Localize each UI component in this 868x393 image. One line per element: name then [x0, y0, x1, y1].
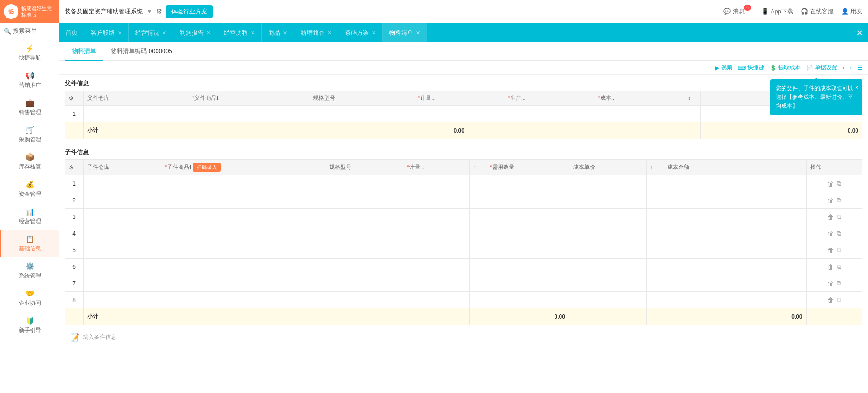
child-row-4-unit[interactable] — [403, 225, 470, 242]
child-row-8-qty[interactable] — [486, 292, 569, 308]
child-row-1-warehouse[interactable] — [84, 175, 161, 192]
child-row-5-unit[interactable] — [403, 242, 470, 259]
sidebar-item-operation[interactable]: 📊 经营管理 — [0, 203, 59, 230]
trial-button[interactable]: 体验行业方案 — [166, 5, 213, 18]
child-row-3-unit[interactable] — [403, 209, 470, 225]
settings-icon[interactable]: ⚙ — [156, 7, 162, 16]
nav-tab-profit[interactable]: 利润报告✕ — [173, 23, 217, 42]
sidebar-search[interactable]: 🔍 搜索菜单 — [0, 23, 59, 39]
child-row-7-unit-cost[interactable] — [569, 275, 646, 292]
child-row-1-delete-icon[interactable]: 🗑 — [827, 180, 834, 187]
child-row-1-spec[interactable] — [326, 175, 403, 192]
nav-tab-operations[interactable]: 经营情况✕ — [129, 23, 173, 42]
child-row-6-unit-cost[interactable] — [569, 259, 646, 275]
child-row-3-qty[interactable] — [486, 209, 569, 225]
sidebar-item-quick-nav[interactable]: ⚡ 快捷导航 — [0, 39, 59, 67]
nav-tab-close-barcode[interactable]: ✕ — [372, 30, 376, 36]
child-row-5-delete-icon[interactable]: 🗑 — [827, 247, 834, 254]
child-row-2-qty[interactable] — [486, 192, 569, 209]
child-row-7-copy-icon[interactable]: ⧉ — [837, 279, 841, 287]
child-row-1-product[interactable] — [161, 175, 325, 192]
toolbar-menu[interactable]: ☰ — [857, 65, 862, 71]
child-row-8-product[interactable] — [161, 292, 325, 308]
app-download-item[interactable]: 📱 App下载 — [761, 7, 793, 16]
nav-tab-close-customers[interactable]: ✕ — [118, 30, 122, 36]
toolbar-cost[interactable]: 💲 提取成本 — [770, 64, 801, 72]
parent-row-1-warehouse[interactable] — [84, 106, 188, 122]
child-row-3-delete-icon[interactable]: 🗑 — [827, 213, 834, 221]
sidebar-item-basic[interactable]: 📋 基础信息 — [0, 230, 59, 257]
child-row-5-product[interactable] — [161, 242, 325, 259]
child-row-4-product[interactable] — [161, 225, 325, 242]
child-row-3-warehouse[interactable] — [84, 209, 161, 225]
parent-row-1-spec[interactable] — [309, 106, 414, 122]
scan-button[interactable]: 扫码录入 — [193, 163, 221, 172]
toolbar-nav-left[interactable]: ‹ — [843, 65, 844, 71]
toolbar-nav-right[interactable]: › — [850, 65, 852, 71]
nav-tab-customers[interactable]: 客户联络✕ — [84, 23, 129, 42]
parent-row-1-production[interactable] — [504, 106, 594, 122]
child-row-2-spec[interactable] — [326, 192, 403, 209]
toolbar-settings[interactable]: 📄 单据设置 — [806, 64, 837, 72]
child-row-4-warehouse[interactable] — [84, 225, 161, 242]
child-row-7-spec[interactable] — [326, 275, 403, 292]
parent-row-1-cost[interactable] — [594, 106, 684, 122]
child-row-6-qty[interactable] — [486, 259, 569, 275]
child-row-7-product[interactable] — [161, 275, 325, 292]
child-row-5-warehouse[interactable] — [84, 242, 161, 259]
child-row-5-copy-icon[interactable]: ⧉ — [837, 246, 841, 254]
nav-tab-close-operations[interactable]: ✕ — [162, 30, 166, 36]
parent-row-1-unit[interactable] — [414, 106, 504, 122]
child-row-5-unit-cost[interactable] — [569, 242, 646, 259]
child-row-6-product[interactable] — [161, 259, 325, 275]
child-row-2-delete-icon[interactable]: 🗑 — [827, 197, 834, 204]
message-item[interactable]: 💬 消息 6 — [723, 7, 754, 16]
nav-tab-close-history[interactable]: ✕ — [251, 30, 255, 36]
child-row-7-delete-icon[interactable]: 🗑 — [827, 280, 834, 287]
nav-close-button[interactable]: ✕ — [851, 29, 868, 37]
service-item[interactable]: 🎧 在线客服 — [801, 7, 834, 16]
sidebar-item-enterprise[interactable]: 🤝 企业协同 — [0, 284, 59, 312]
child-row-4-qty[interactable] — [486, 225, 569, 242]
toolbar-shortcut[interactable]: ⌨ 快捷键 — [738, 64, 764, 72]
nav-tab-close-bom[interactable]: ✕ — [416, 30, 420, 36]
child-row-6-delete-icon[interactable]: 🗑 — [827, 263, 834, 271]
parent-row-1-product[interactable] — [188, 106, 309, 122]
child-row-8-unit-cost[interactable] — [569, 292, 646, 308]
nav-tab-new-goods[interactable]: 新增商品✕ — [294, 23, 338, 42]
child-row-2-unit-cost[interactable] — [569, 192, 646, 209]
child-row-6-spec[interactable] — [326, 259, 403, 275]
child-row-8-unit[interactable] — [403, 292, 470, 308]
sidebar-item-marketing[interactable]: 📢 营销推广 — [0, 67, 59, 94]
nav-tab-goods[interactable]: 商品✕ — [262, 23, 294, 42]
child-row-3-unit-cost[interactable] — [569, 209, 646, 225]
sidebar-item-inventory[interactable]: 📦 库存核算 — [0, 148, 59, 175]
child-row-7-qty[interactable] — [486, 275, 569, 292]
nav-tab-barcode[interactable]: 条码方案✕ — [338, 23, 383, 42]
child-row-8-copy-icon[interactable]: ⧉ — [837, 296, 841, 304]
child-row-2-unit[interactable] — [403, 192, 470, 209]
child-row-1-qty[interactable] — [486, 175, 569, 192]
child-row-6-unit[interactable] — [403, 259, 470, 275]
child-row-2-product[interactable] — [161, 192, 325, 209]
nav-tab-close-goods[interactable]: ✕ — [283, 30, 287, 36]
nav-tab-home[interactable]: 首页 — [59, 23, 84, 42]
child-row-3-copy-icon[interactable]: ⧉ — [837, 213, 841, 221]
nav-tab-history[interactable]: 经营历程✕ — [217, 23, 262, 42]
user-item[interactable]: 👤 用友 — [841, 7, 862, 16]
child-row-7-warehouse[interactable] — [84, 275, 161, 292]
sub-tab-bom-list[interactable]: 物料清单 — [65, 42, 103, 61]
sidebar-item-system[interactable]: ⚙️ 系统管理 — [0, 257, 59, 284]
dropdown-icon[interactable]: ▼ — [146, 8, 152, 15]
sidebar-item-finance[interactable]: 💰 资金管理 — [0, 175, 59, 203]
sidebar-item-sales[interactable]: 💼 销售管理 — [0, 94, 59, 121]
child-row-1-copy-icon[interactable]: ⧉ — [837, 180, 841, 187]
nav-tab-close-new-goods[interactable]: ✕ — [327, 30, 332, 36]
child-row-8-delete-icon[interactable]: 🗑 — [827, 296, 834, 304]
child-row-5-spec[interactable] — [326, 242, 403, 259]
child-row-8-warehouse[interactable] — [84, 292, 161, 308]
child-row-1-unit-cost[interactable] — [569, 175, 646, 192]
child-row-3-product[interactable] — [161, 209, 325, 225]
child-row-5-qty[interactable] — [486, 242, 569, 259]
child-row-6-copy-icon[interactable]: ⧉ — [837, 263, 841, 271]
